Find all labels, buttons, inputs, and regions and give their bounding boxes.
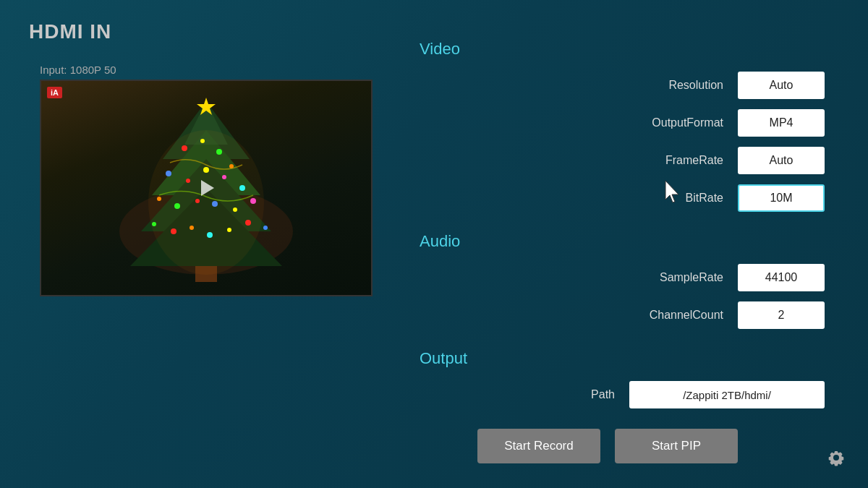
resolution-row: Resolution Auto (420, 72, 825, 99)
bitrate-row: BitRate 10M (420, 184, 825, 212)
svg-marker-31 (201, 180, 214, 196)
video-section-title: Video (420, 40, 825, 59)
outputformat-row: OutputFormat MP4 (420, 109, 825, 137)
audio-settings-group: Audio SampleRate 44100 ChannelCount 2 (420, 232, 825, 329)
path-label: Path (528, 388, 615, 401)
video-settings-group: Video Resolution Auto OutputFormat MP4 F… (420, 40, 825, 212)
bitrate-value[interactable]: 10M (738, 184, 825, 212)
resolution-label: Resolution (637, 79, 723, 92)
output-section-title: Output (420, 349, 825, 368)
channelcount-label: ChannelCount (637, 309, 723, 322)
framerate-value[interactable]: Auto (738, 147, 825, 174)
path-value[interactable]: /Zappiti 2TB/hdmi/ (629, 381, 825, 408)
gear-icon[interactable] (826, 448, 846, 472)
ia-badge: iA (47, 87, 62, 98)
outputformat-label: OutputFormat (637, 116, 723, 129)
channelcount-row: ChannelCount 2 (420, 301, 825, 329)
samplerate-value[interactable]: 44100 (738, 264, 825, 291)
samplerate-row: SampleRate 44100 (420, 264, 825, 291)
audio-section-title: Audio (420, 232, 825, 251)
input-info: Input: 1080P 50 (40, 64, 116, 76)
svg-point-30 (148, 130, 264, 275)
page-title: HDMI IN (29, 20, 111, 43)
svg-point-29 (263, 226, 268, 230)
start-pip-button[interactable]: Start PIP (615, 429, 738, 463)
framerate-label: FrameRate (637, 154, 723, 167)
bitrate-label: BitRate (637, 192, 723, 205)
samplerate-label: SampleRate (637, 271, 723, 284)
play-button[interactable] (192, 174, 221, 202)
video-preview: iA (40, 80, 373, 296)
output-settings-group: Output Path /Zappiti 2TB/hdmi/ (420, 349, 825, 408)
buttons-row: Start Record Start PIP (477, 429, 825, 463)
outputformat-value[interactable]: MP4 (738, 109, 825, 137)
path-row: Path /Zappiti 2TB/hdmi/ (420, 381, 825, 408)
channelcount-value[interactable]: 2 (738, 301, 825, 329)
resolution-value[interactable]: Auto (738, 72, 825, 99)
right-panel: Video Resolution Auto OutputFormat MP4 F… (420, 40, 825, 463)
start-record-button[interactable]: Start Record (477, 429, 600, 463)
framerate-row: FrameRate Auto (420, 147, 825, 174)
